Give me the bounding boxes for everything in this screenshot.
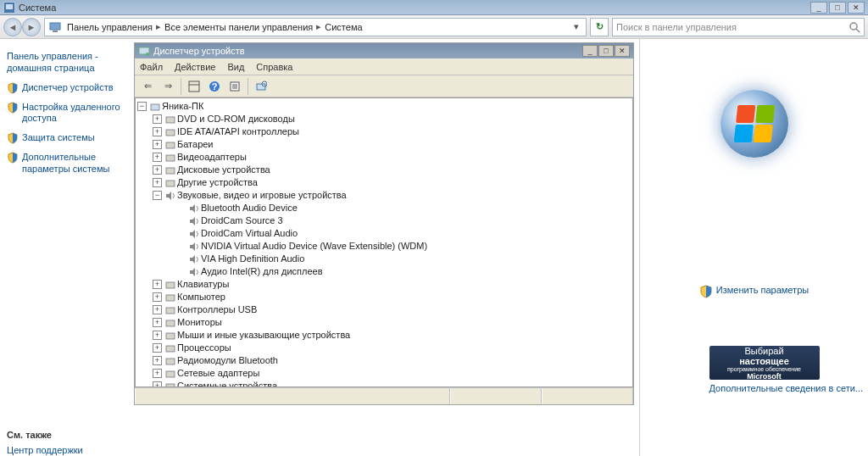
nav-back-button[interactable]: ◄	[3, 18, 22, 36]
expand-icon[interactable]: +	[153, 318, 162, 327]
expand-icon[interactable]: +	[153, 381, 162, 387]
collapse-icon[interactable]: −	[153, 191, 162, 200]
sidebar-link-protection[interactable]: Защита системы	[7, 132, 127, 144]
tree-node-label: Мониторы	[177, 316, 222, 329]
tree-category-node[interactable]: +Контроллеры USB	[153, 303, 631, 316]
toolbar-back-button[interactable]: ⇐	[138, 77, 157, 96]
svg-rect-36	[166, 333, 175, 339]
breadcrumb[interactable]: Панель управления ▸ Все элементы панели …	[44, 18, 587, 36]
sound-device-icon	[188, 241, 200, 253]
maximize-button[interactable]: □	[829, 2, 846, 14]
tree-category-node[interactable]: +Сетевые адаптеры	[153, 367, 631, 380]
tree-device-node[interactable]: Bluetooth Audio Device	[176, 202, 631, 214]
refresh-button[interactable]: ↻	[590, 18, 609, 36]
expand-icon[interactable]: +	[153, 153, 162, 162]
tree-root-node[interactable]: −Яника-ПК	[137, 100, 631, 113]
tree-category-node[interactable]: +Батареи	[153, 138, 631, 151]
menu-view[interactable]: Вид	[227, 62, 244, 72]
device-category-icon	[164, 381, 176, 388]
tree-category-node[interactable]: +Видеоадаптеры	[153, 151, 631, 164]
change-parameters-link[interactable]: Изменить параметры	[699, 285, 809, 298]
expand-icon[interactable]: +	[153, 305, 162, 314]
tree-node-label: Звуковые, видео и игровые устройства	[177, 189, 347, 202]
toolbar-show-button[interactable]	[185, 77, 203, 96]
tree-category-node[interactable]: +Клавиатуры	[153, 278, 631, 291]
see-also-header: См. также	[7, 430, 127, 440]
shield-icon	[699, 285, 713, 298]
svg-rect-38	[166, 359, 175, 364]
tree-category-node[interactable]: +Мониторы	[153, 316, 631, 329]
tree-category-node[interactable]: +Компьютер	[153, 291, 631, 303]
toolbar-scan-button[interactable]	[252, 77, 270, 96]
close-button[interactable]: ✕	[848, 2, 865, 14]
chevron-right-icon[interactable]: ▸	[154, 21, 163, 32]
menu-action[interactable]: Действие	[175, 62, 215, 72]
device-category-icon	[164, 368, 176, 380]
toolbar-forward-button[interactable]: ⇒	[159, 77, 177, 96]
svg-rect-34	[166, 308, 175, 314]
sidebar-link-device-manager[interactable]: Диспетчер устройств	[7, 82, 127, 94]
sound-device-icon	[188, 266, 200, 278]
expand-icon[interactable]: +	[153, 114, 162, 124]
tree-node-label: Батареи	[177, 138, 214, 151]
expand-icon[interactable]: +	[153, 369, 162, 378]
device-category-icon	[164, 152, 176, 164]
expand-icon[interactable]: +	[153, 127, 162, 136]
device-tree[interactable]: −Яника-ПК+DVD и CD-ROM дисководы+IDE ATA…	[135, 97, 633, 387]
tree-category-node[interactable]: +IDE ATA/ATAPI контроллеры	[153, 125, 631, 138]
expand-icon[interactable]: +	[153, 331, 162, 340]
sidebar-link-advanced[interactable]: Дополнительные параметры системы	[7, 152, 127, 175]
search-input[interactable]: Поиск в панели управления	[612, 18, 865, 36]
tree-category-node[interactable]: +Радиомодули Bluetooth	[153, 354, 631, 367]
menu-file[interactable]: Файл	[140, 62, 163, 72]
tree-category-node[interactable]: +Другие устройства	[153, 176, 631, 189]
expand-icon[interactable]: +	[153, 356, 162, 365]
svg-rect-8	[189, 81, 199, 92]
expand-icon[interactable]: +	[153, 343, 162, 353]
see-also-link-support[interactable]: Центр поддержки	[7, 445, 127, 457]
svg-rect-19	[166, 117, 175, 123]
breadcrumb-dropdown-icon[interactable]: ▾	[570, 21, 582, 32]
tree-node-label: DroidCam Virtual Audio	[201, 227, 298, 240]
tree-category-node[interactable]: +DVD и CD-ROM дисководы	[153, 113, 631, 125]
toolbar-separator	[181, 78, 181, 95]
expand-icon[interactable]: +	[153, 292, 162, 302]
expand-icon[interactable]: +	[153, 140, 162, 149]
devmgr-close-button[interactable]: ✕	[615, 45, 630, 57]
sidebar-link-remote[interactable]: Настройка удаленного доступа	[7, 102, 127, 125]
nav-forward-button[interactable]: ►	[22, 18, 41, 36]
toolbar-help-button[interactable]: ?	[205, 77, 224, 96]
devmgr-maximize-button[interactable]: □	[598, 45, 614, 57]
collapse-icon[interactable]: −	[137, 102, 147, 111]
tree-device-node[interactable]: DroidCam Source 3	[176, 214, 631, 227]
device-category-icon	[164, 330, 176, 342]
expand-icon[interactable]: +	[153, 178, 162, 187]
control-panel-home-link[interactable]: Панель управления - домашняя страница	[7, 51, 127, 75]
tree-device-node[interactable]: NVIDIA Virtual Audio Device (Wave Extens…	[176, 240, 631, 253]
chevron-right-icon[interactable]: ▸	[314, 21, 323, 32]
menu-help[interactable]: Справка	[256, 62, 292, 72]
tree-category-node[interactable]: +Дисковые устройства	[153, 164, 631, 176]
tree-category-node[interactable]: +Процессоры	[153, 342, 631, 354]
breadcrumb-seg-2[interactable]: Все элементы панели управления	[163, 22, 314, 32]
tree-category-node[interactable]: +Системные устройства	[153, 380, 631, 387]
device-manager-window: Диспетчер устройств _ □ ✕ Файл Действие …	[134, 42, 634, 405]
expand-icon[interactable]: +	[153, 280, 162, 289]
tree-category-node-expanded[interactable]: −Звуковые, видео и игровые устройства	[153, 189, 631, 202]
tree-category-node[interactable]: +Мыши и иные указывающие устройства	[153, 329, 631, 342]
tree-device-node[interactable]: VIA High Definition Audio	[176, 253, 631, 265]
sound-category-icon	[164, 190, 176, 202]
breadcrumb-seg-3[interactable]: Система	[323, 22, 364, 32]
svg-point-4	[850, 23, 857, 30]
svg-rect-18	[151, 104, 159, 110]
devmgr-minimize-button[interactable]: _	[582, 45, 598, 57]
breadcrumb-seg-1[interactable]: Панель управления	[65, 22, 154, 32]
more-info-online-link[interactable]: Дополнительные сведения в сети...	[709, 383, 864, 393]
toolbar-properties-button[interactable]	[225, 77, 244, 96]
svg-marker-31	[190, 268, 195, 276]
minimize-button[interactable]: _	[810, 2, 827, 14]
device-category-icon	[164, 279, 176, 291]
expand-icon[interactable]: +	[153, 165, 162, 175]
tree-device-node[interactable]: DroidCam Virtual Audio	[176, 227, 631, 240]
tree-device-node[interactable]: Аудио Intel(R) для дисплеев	[176, 265, 631, 278]
